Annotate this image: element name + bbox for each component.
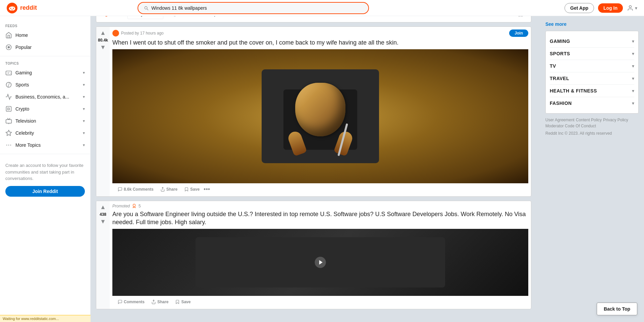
svg-point-18 bbox=[8, 145, 9, 146]
topics-label: TOPICS bbox=[0, 59, 90, 67]
sidebar-home-label: Home bbox=[15, 33, 85, 38]
topics-card: GAMING ▾ SPORTS ▾ TV ▾ TRAVEL ▾ HEALTH &… bbox=[545, 31, 639, 114]
downvote-button-2[interactable]: ▼ bbox=[100, 218, 106, 225]
topic-gaming-label: GAMING bbox=[550, 39, 570, 44]
share-icon-2 bbox=[151, 300, 156, 304]
get-app-button[interactable]: Get App bbox=[565, 3, 594, 13]
more-options-button-1[interactable]: ••• bbox=[204, 186, 210, 193]
topic-tv-chevron: ▾ bbox=[632, 63, 634, 69]
content-policy-link[interactable]: Content Policy bbox=[576, 118, 602, 122]
crypto-icon bbox=[5, 106, 12, 112]
sidebar-item-home[interactable]: Home bbox=[0, 29, 90, 41]
topic-row-health[interactable]: HEALTH & FITNESS ▾ bbox=[550, 85, 634, 97]
comments-button-2[interactable]: Comments bbox=[115, 298, 147, 306]
chicken-body bbox=[295, 83, 345, 136]
svg-point-12 bbox=[10, 73, 11, 74]
share-icon bbox=[160, 187, 165, 192]
topic-row-tv[interactable]: TV ▾ bbox=[550, 60, 634, 72]
see-more-link[interactable]: See more bbox=[545, 21, 639, 27]
vote-count-2: 438 bbox=[100, 212, 106, 217]
upvote-button-1[interactable]: ▲ bbox=[100, 29, 106, 37]
post-card-1: ▲ 80.4k ▼ Posted by 17 hours ago Join Wh… bbox=[96, 26, 531, 197]
sidebar-celebrity-label: Celebrity bbox=[15, 130, 79, 136]
search-icon bbox=[144, 5, 149, 11]
post-join-button-1[interactable]: Join bbox=[509, 29, 528, 37]
topic-row-gaming[interactable]: GAMING ▾ bbox=[550, 35, 634, 48]
sidebar-item-television[interactable]: Television ▾ bbox=[0, 115, 90, 127]
back-to-top-button[interactable]: Back to Top bbox=[597, 303, 637, 315]
topic-row-sports[interactable]: SPORTS ▾ bbox=[550, 48, 634, 60]
svg-point-7 bbox=[8, 46, 10, 49]
more-topics-chevron: ▾ bbox=[83, 143, 85, 147]
sidebar-item-business[interactable]: Business, Economics, a... ▾ bbox=[0, 91, 90, 103]
post-actions-1: 8.6k Comments Share Save ••• bbox=[112, 183, 528, 196]
right-sidebar: See more GAMING ▾ SPORTS ▾ TV ▾ TRAVEL ▾… bbox=[540, 16, 644, 319]
comments-label-2: Comments bbox=[124, 300, 145, 304]
comments-button-1[interactable]: 8.6k Comments bbox=[115, 185, 156, 194]
search-bar[interactable] bbox=[138, 2, 369, 14]
share-button-1[interactable]: Share bbox=[158, 185, 180, 194]
topic-tv-label: TV bbox=[550, 63, 556, 69]
topic-row-fashion[interactable]: FASHION ▾ bbox=[550, 97, 634, 109]
sidebar-item-sports[interactable]: Sports ▾ bbox=[0, 79, 90, 91]
sidebar-item-popular[interactable]: Popular bbox=[0, 41, 90, 53]
topic-travel-chevron: ▾ bbox=[632, 76, 634, 81]
sidebar-item-more-topics[interactable]: More Topics ▾ bbox=[0, 139, 90, 151]
sidebar-crypto-label: Crypto bbox=[15, 106, 79, 112]
share-label-2: Share bbox=[157, 300, 168, 304]
chicken-visual bbox=[283, 76, 357, 156]
moderator-code-link[interactable]: Moderator Code Of Conduct bbox=[545, 124, 596, 128]
comments-icon bbox=[118, 187, 122, 192]
privacy-policy-link[interactable]: Privacy Policy bbox=[603, 118, 628, 122]
sidebar-more-topics-label: More Topics bbox=[15, 142, 79, 148]
login-button[interactable]: Log In bbox=[598, 3, 623, 13]
topic-gaming-chevron: ▾ bbox=[632, 39, 634, 44]
popular-icon bbox=[5, 44, 12, 51]
sidebar-business-label: Business, Economics, a... bbox=[15, 94, 79, 100]
join-reddit-button[interactable]: Join Reddit bbox=[5, 186, 85, 197]
topic-travel-label: TRAVEL bbox=[550, 76, 569, 81]
gaming-icon bbox=[5, 69, 12, 76]
comments-icon-2 bbox=[118, 300, 122, 304]
footer-copyright: Reddit Inc © 2023. All rights reserved bbox=[545, 131, 639, 136]
sidebar-footer: Create an account to follow your favorit… bbox=[0, 157, 90, 202]
search-input[interactable] bbox=[151, 5, 363, 11]
post-inner-1: ▲ 80.4k ▼ Posted by 17 hours ago Join Wh… bbox=[96, 27, 531, 196]
svg-point-11 bbox=[10, 72, 10, 73]
sidebar-gaming-label: Gaming bbox=[15, 70, 79, 75]
sidebar-item-crypto[interactable]: Crypto ▾ bbox=[0, 103, 90, 115]
post-image-1 bbox=[112, 49, 528, 183]
post-card-2: ▲ 438 ▼ Promoted 5 Are you a Software En… bbox=[96, 201, 531, 309]
topic-row-travel[interactable]: TRAVEL ▾ bbox=[550, 72, 634, 85]
post-title-2: Are you a Software Engineer living outsi… bbox=[112, 210, 528, 226]
post-content-2: Promoted 5 Are you a Software Engineer l… bbox=[110, 201, 531, 309]
topic-fashion-chevron: ▾ bbox=[632, 101, 634, 106]
logo-link[interactable]: reddit bbox=[7, 3, 37, 13]
sidebar-item-celebrity[interactable]: Celebrity ▾ bbox=[0, 127, 90, 139]
sports-chevron: ▾ bbox=[83, 82, 85, 87]
save-label-2: Save bbox=[181, 300, 191, 304]
sidebar-item-gaming[interactable]: Gaming ▾ bbox=[0, 67, 90, 79]
save-button-2[interactable]: Save bbox=[172, 298, 193, 306]
user-agreement-link[interactable]: User Agreement bbox=[545, 118, 575, 122]
user-menu[interactable]: ▾ bbox=[627, 5, 637, 11]
user-chevron: ▾ bbox=[635, 5, 637, 11]
sidebar-divider-2 bbox=[0, 154, 90, 154]
promoted-label: Promoted bbox=[112, 204, 130, 208]
share-button-2[interactable]: Share bbox=[149, 298, 171, 306]
downvote-button-1[interactable]: ▼ bbox=[100, 44, 106, 51]
vote-count-1: 80.4k bbox=[98, 38, 108, 43]
sidebar-divider-1 bbox=[0, 56, 90, 56]
svg-point-4 bbox=[13, 8, 14, 9]
awards-count: 5 bbox=[139, 204, 141, 208]
upvote-button-2[interactable]: ▲ bbox=[100, 204, 106, 211]
home-icon bbox=[5, 32, 12, 39]
television-chevron: ▾ bbox=[83, 119, 85, 123]
play-icon bbox=[314, 256, 327, 269]
sidebar-footer-text: Create an account to follow your favorit… bbox=[5, 162, 85, 182]
svg-rect-15 bbox=[6, 120, 12, 123]
sports-icon bbox=[5, 81, 12, 88]
save-button-1[interactable]: Save bbox=[181, 185, 202, 194]
header: reddit Get App Log In ▾ bbox=[0, 0, 644, 16]
post-author-1: Posted by 17 hours ago bbox=[121, 31, 164, 36]
